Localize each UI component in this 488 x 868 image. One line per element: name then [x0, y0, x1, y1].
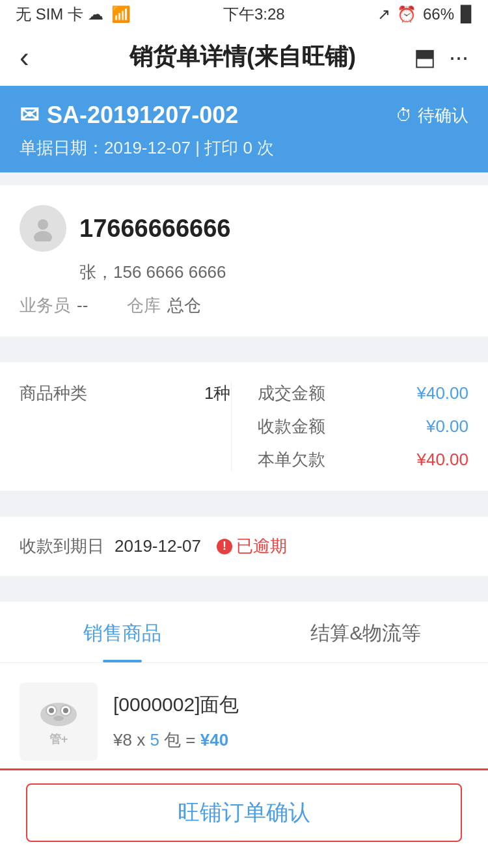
amount-label: 成交金额 — [258, 382, 325, 405]
received-row: 收款金额 ¥0.00 — [258, 415, 469, 438]
battery-icon: ▉ — [461, 5, 472, 23]
bottom-btn-wrap: 旺铺订单确认 — [0, 768, 488, 868]
product-equals: = — [185, 730, 200, 750]
confirm-order-button[interactable]: 旺铺订单确认 — [26, 783, 462, 842]
warehouse-label: 仓库 — [127, 294, 161, 317]
svg-point-6 — [63, 708, 68, 713]
inbox-icon: ✉ — [20, 102, 39, 129]
battery-text: 66% — [423, 5, 454, 23]
product-type-label: 商品种类 — [20, 382, 87, 405]
stats-right: 成交金额 ¥40.00 收款金额 ¥0.00 本单欠款 ¥40.00 — [232, 382, 469, 471]
tab-sales-product-label: 销售商品 — [83, 622, 161, 644]
overdue-warning-icon: ! — [217, 539, 232, 554]
product-name: [0000002]面包 — [113, 692, 468, 718]
clock-icon: ⏱ — [396, 105, 413, 126]
order-header-top: ✉ SA-20191207-002 ⏱ 待确认 — [20, 102, 468, 129]
status-bar: 无 SIM 卡 ☁ 📶 下午3:28 ↗ ⏰ 66% ▉ — [0, 0, 488, 29]
divider-1 — [0, 336, 488, 349]
amount-value: ¥40.00 — [416, 383, 468, 403]
due-date-value: 2019-12-07 — [115, 536, 201, 556]
share-button[interactable]: ⬒ — [414, 44, 436, 71]
nav-bar: ‹ 销货单详情(来自旺铺) ⬒ ··· — [0, 29, 488, 86]
status-time: 下午3:28 — [223, 4, 285, 25]
confirm-order-label: 旺铺订单确认 — [178, 798, 310, 828]
tabs: 销售商品 结算&物流等 — [0, 602, 488, 663]
salesperson-meta: 业务员 -- — [20, 294, 88, 317]
product-logo: 管+ — [35, 696, 82, 747]
stats-card: 商品种类 1种 成交金额 ¥40.00 收款金额 ¥0.00 本单欠款 ¥40.… — [0, 362, 488, 491]
product-qty: 5 — [150, 730, 159, 750]
due-date-card: 收款到期日 2019-12-07 ! 已逾期 — [0, 517, 488, 576]
nav-right: ⬒ ··· — [414, 44, 468, 71]
product-logo-text: 管+ — [49, 731, 68, 747]
customer-card: 17666666666 张，156 6666 6666 业务员 -- 仓库 总仓 — [0, 185, 488, 336]
no-sim-text: 无 SIM 卡 ☁ — [16, 4, 103, 25]
svg-point-1 — [34, 231, 52, 241]
alarm-icon: ⏰ — [397, 5, 416, 23]
product-total: ¥40 — [200, 730, 228, 750]
product-type-value: 1种 — [204, 382, 230, 405]
table-row: 管+ [0000002]面包 ¥8 x 5 包 = ¥40 — [0, 663, 488, 781]
product-price: ¥8 x 5 包 = ¥40 — [113, 729, 468, 752]
back-button[interactable]: ‹ — [20, 41, 29, 74]
received-label: 收款金额 — [258, 415, 325, 438]
location-icon: ↗ — [377, 5, 390, 23]
received-value: ¥0.00 — [426, 416, 468, 437]
order-status: ⏱ 待确认 — [396, 104, 468, 127]
owed-row: 本单欠款 ¥40.00 — [258, 448, 469, 471]
customer-phone: 17666666666 — [79, 215, 230, 243]
svg-point-7 — [53, 716, 64, 721]
product-unit: 包 — [164, 730, 181, 750]
customer-top: 17666666666 — [20, 205, 468, 252]
owed-label: 本单欠款 — [258, 448, 325, 471]
due-date-label: 收款到期日 — [20, 535, 104, 558]
product-multiply: x — [137, 730, 150, 750]
product-type-row: 商品种类 1种 — [20, 382, 231, 405]
tab-settlement-logistics[interactable]: 结算&物流等 — [244, 602, 488, 662]
order-header: ✉ SA-20191207-002 ⏱ 待确认 单据日期：2019-12-07 … — [0, 86, 488, 172]
owed-value: ¥40.00 — [416, 450, 468, 470]
status-bar-left: 无 SIM 卡 ☁ 📶 — [16, 4, 131, 25]
salesperson-label: 业务员 — [20, 294, 70, 317]
svg-point-5 — [49, 708, 54, 713]
more-button[interactable]: ··· — [449, 44, 468, 71]
warehouse-meta: 仓库 总仓 — [127, 294, 201, 317]
wifi-icon: 📶 — [111, 5, 131, 23]
product-section: 管+ [0000002]面包 ¥8 x 5 包 = ¥40 — [0, 663, 488, 781]
amount-row: 成交金额 ¥40.00 — [258, 382, 469, 405]
tab-settlement-logistics-label: 结算&物流等 — [310, 622, 421, 644]
overdue-badge: ! 已逾期 — [217, 535, 287, 558]
order-date: 单据日期：2019-12-07 | 打印 0 次 — [20, 137, 468, 159]
overdue-text: 已逾期 — [236, 535, 287, 558]
divider-3 — [0, 576, 488, 589]
product-unit-price: ¥8 — [113, 730, 132, 750]
customer-meta: 业务员 -- 仓库 总仓 — [20, 294, 468, 317]
order-number: ✉ SA-20191207-002 — [20, 102, 238, 129]
status-bar-right: ↗ ⏰ 66% ▉ — [377, 5, 472, 23]
order-number-text: SA-20191207-002 — [47, 102, 238, 129]
tab-sales-product[interactable]: 销售商品 — [0, 602, 244, 662]
svg-point-2 — [40, 703, 77, 726]
product-thumbnail: 管+ — [20, 683, 98, 761]
nav-left: ‹ — [20, 41, 72, 74]
product-info: [0000002]面包 ¥8 x 5 包 = ¥40 — [113, 692, 468, 752]
warehouse-value: 总仓 — [167, 294, 201, 317]
svg-point-0 — [38, 219, 48, 230]
stats-left: 商品种类 1种 — [20, 382, 232, 471]
tab-underline — [103, 660, 142, 662]
status-text: 待确认 — [418, 104, 468, 127]
page-title: 销货单详情(来自旺铺) — [72, 41, 414, 73]
customer-name: 张，156 6666 6666 — [20, 261, 468, 284]
divider-2 — [0, 491, 488, 504]
avatar — [20, 205, 66, 252]
salesperson-value: -- — [77, 295, 88, 316]
